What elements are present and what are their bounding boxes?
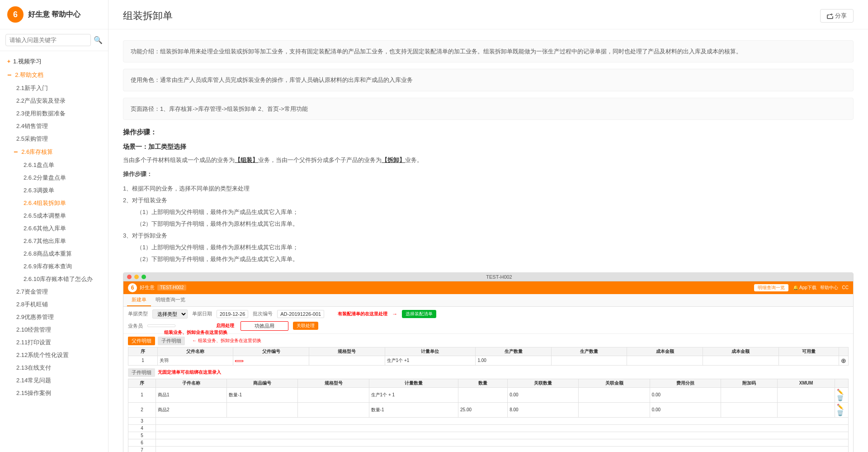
- sidebar-item-docs-2-9[interactable]: 2.9优惠券管理: [0, 311, 108, 324]
- row-action-2[interactable]: ✏️: [837, 404, 844, 410]
- sidebar-item-docs-2-8[interactable]: 2.8手机旺铺: [0, 298, 108, 311]
- collapse-icon: −: [14, 148, 18, 156]
- td-sub-empty4: [156, 424, 848, 432]
- btn-confirm[interactable]: 关联处理: [293, 322, 318, 330]
- sidebar-item-docs-2-4[interactable]: 2.4销售管理: [0, 120, 108, 133]
- sc-sub-table-label: 子件明细: [128, 368, 155, 377]
- td-sub-code1: 数量-1: [227, 387, 298, 402]
- app-logo: 6: [128, 283, 137, 292]
- share-button[interactable]: 分享: [820, 9, 854, 23]
- sidebar-item-docs-2-6-6[interactable]: 2.6.6其他入库单: [0, 222, 108, 235]
- expand-row-icon[interactable]: ⊕: [841, 357, 846, 364]
- step1: 1、根据不同的业务，选择不同单据的类型来处理: [123, 183, 854, 195]
- sidebar-search-container: 🔍: [0, 29, 108, 51]
- td-qty1: 1.00: [476, 356, 552, 365]
- form-date-value[interactable]: 2019-12-26: [217, 310, 248, 318]
- sidebar-item-docs-2-13[interactable]: 2.13在线支付: [0, 362, 108, 374]
- ops-steps-label: 操作步骤：: [123, 169, 854, 180]
- th-sub-cost-share: 费用分担: [650, 379, 721, 387]
- share-label: 分享: [835, 12, 847, 20]
- logo-char: 6: [13, 10, 18, 19]
- topbar-new-btn[interactable]: 明细查询一览: [754, 284, 788, 291]
- th-op: [839, 347, 849, 356]
- sc-tab-new[interactable]: 新建单: [127, 294, 151, 306]
- td-sub-empty6: [156, 439, 848, 446]
- sidebar-item-docs-2-6[interactable]: − 2.6库存核算: [0, 145, 108, 159]
- table-row-sub-6: 6: [128, 439, 849, 446]
- sidebar-item-docs-2-6-8[interactable]: 2.6.8商品成本重算: [0, 247, 108, 260]
- row-action-1[interactable]: ✏️: [837, 389, 844, 395]
- form-label-salesman: 业务员: [128, 323, 143, 329]
- sidebar-item-docs-2-3[interactable]: 2.3使用前数据准备: [0, 107, 108, 120]
- th-avail: 可用量: [778, 347, 839, 356]
- td-sub-op2: ✏️ 🗑️: [835, 402, 849, 417]
- form-label-batch: 批次编号: [253, 310, 273, 317]
- td-sub-rel-amt2: [579, 402, 650, 417]
- form-select-type[interactable]: 选择类型: [152, 309, 188, 319]
- sidebar-item-docs-2-6-5[interactable]: 2.6.5成本调整单: [0, 209, 108, 222]
- td-sub-seq4: 4: [128, 424, 156, 432]
- td-sub-seq5: 5: [128, 432, 156, 439]
- table-row-sub-4: 4: [128, 424, 849, 432]
- table-row-sub-5: 5: [128, 432, 849, 439]
- sidebar-item-docs-2-6-4[interactable]: 2.6.4组装拆卸单: [0, 197, 108, 209]
- sidebar-item-docs-2-2[interactable]: 2.2产品安装及登录: [0, 95, 108, 107]
- sidebar-item-docs-2-10[interactable]: 2.10经营管理: [0, 324, 108, 336]
- collapse-icon: −: [7, 71, 11, 79]
- sidebar-item-docs-2-11[interactable]: 2.11打印设置: [0, 336, 108, 349]
- th-prod-qty2: 生产数量: [551, 347, 627, 356]
- annotation-arrow-assembly: →: [392, 311, 397, 317]
- sidebar-item-docs-2-5[interactable]: 2.5采购管理: [0, 133, 108, 145]
- sidebar-item-docs-2-6-9[interactable]: 2.6.9库存账本查询: [0, 260, 108, 273]
- th-sub-addon: 附加码: [721, 379, 777, 387]
- sidebar-item-docs-2-14[interactable]: 2.14常见问题: [0, 374, 108, 387]
- th-seq-upper: 序: [128, 347, 158, 356]
- sc-table-label-lower: 子件明细: [158, 337, 185, 345]
- sidebar-item-docs-2-6-2[interactable]: 2.6.2分量盘点单: [0, 171, 108, 184]
- sidebar-item-docs-2-15[interactable]: 2.15操作案例: [0, 387, 108, 400]
- step3: 3、对于拆卸业务: [123, 230, 854, 242]
- path-text: 页面路径：1、库存核算->库存管理->组装拆卸单 2、首页->常用功能: [131, 105, 308, 112]
- sidebar-item-video[interactable]: + 1.视频学习: [0, 55, 108, 68]
- th-prod-qty1: 生产数量: [476, 347, 552, 356]
- highlight-assembly: 【组装】: [235, 157, 258, 163]
- td-sub-name2: 商品2: [156, 402, 226, 417]
- row-delete-2[interactable]: 🗑️: [837, 410, 844, 416]
- td-avail: [778, 356, 839, 365]
- td-sub-addon1: [721, 387, 777, 402]
- td-sub-empty7: [156, 446, 848, 452]
- row-delete-1[interactable]: 🗑️: [837, 395, 844, 401]
- sidebar-item-docs-2-12[interactable]: 2.12系统个性化设置: [0, 349, 108, 362]
- sc-tab-detail[interactable]: 明细查询一览: [151, 294, 190, 306]
- td-spec: [309, 356, 385, 365]
- td-sub-rel-qty1: 0.00: [508, 387, 579, 402]
- btn-choose-assembly[interactable]: 选择装配清单: [402, 310, 436, 318]
- topbar-company: TEST-H002: [157, 285, 186, 290]
- window-close: [127, 275, 132, 279]
- search-button[interactable]: 🔍: [94, 36, 103, 44]
- article-body: 功能介绍：组装拆卸单用来处理企业组装或拆卸等加工业务，支持有固定装配清单的产品加…: [108, 29, 868, 452]
- sidebar-item-docs-2-6-7[interactable]: 2.6.7其他出库单: [0, 235, 108, 247]
- sidebar-item-docs-2-6-10[interactable]: 2.6.10库存账本错了怎么办: [0, 273, 108, 285]
- td-sub-seq6: 6: [128, 439, 156, 446]
- highlight-disassembly: 【拆卸】: [382, 157, 405, 163]
- th-sub-code: 商品编号: [227, 379, 298, 387]
- annotation-switch: 组装业务、拆卸业务在这里切换: [164, 329, 227, 336]
- form-label-type: 单据类型: [128, 310, 148, 317]
- sidebar-item-docs-2-6-3[interactable]: 2.6.3调拨单: [0, 184, 108, 197]
- screenshot-container: TEST-H002 6 好生意 TEST-H002 明细查询一览 🔔 App下载…: [123, 272, 854, 452]
- sidebar-item-docs-2-6-1[interactable]: 2.6.1盘点单: [0, 159, 108, 171]
- td-sub-rel-qty2: 8.00: [508, 402, 579, 417]
- table-row-sub-1: 1 商品1 数量-1 生产1个 + 1 0.00 0.00: [128, 387, 849, 402]
- sidebar-item-docs-2-7[interactable]: 2.7资金管理: [0, 285, 108, 298]
- sidebar-item-docs[interactable]: − 2.帮助文档: [0, 68, 108, 82]
- form-enable-input[interactable]: 功效品用: [241, 321, 288, 331]
- path-block: 页面路径：1、库存核算->库存管理->组装拆卸单 2、首页->常用功能: [123, 98, 854, 120]
- sidebar-item-docs-2-1[interactable]: 2.1新手入门: [0, 82, 108, 95]
- search-input[interactable]: [5, 34, 91, 46]
- td-code-red-box[interactable]: [235, 360, 243, 362]
- td-sub-empty5: [156, 432, 848, 439]
- form-salesman-input[interactable]: [147, 324, 175, 327]
- td-cost2: [703, 356, 779, 365]
- th-sub-seq: 序: [128, 379, 156, 387]
